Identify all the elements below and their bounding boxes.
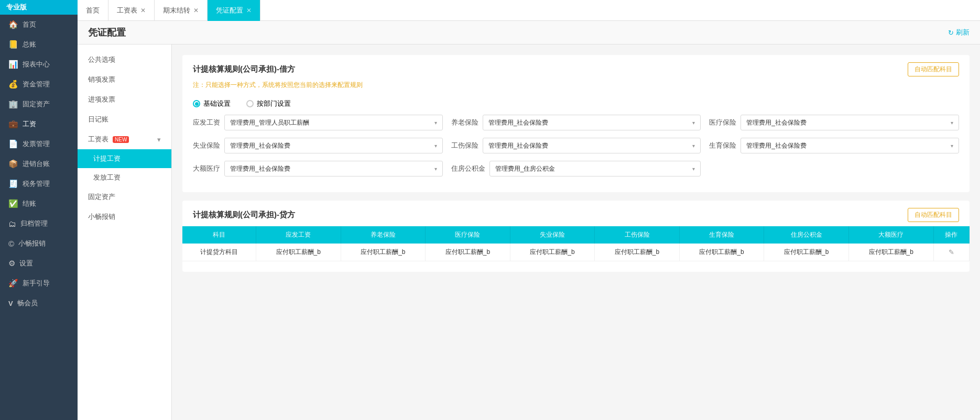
chevron-down-icon: ▾ bbox=[692, 166, 695, 172]
sidebar-item-assets[interactable]: 🏢 固定资产 bbox=[0, 94, 78, 114]
sidebar-item-ledger[interactable]: 📒 总账 bbox=[0, 35, 78, 54]
nav-purchase-invoice[interactable]: 进项发票 bbox=[78, 90, 171, 109]
nav-calc-salary[interactable]: 计提工资 bbox=[78, 149, 171, 168]
nav-pay-salary[interactable]: 发放工资 bbox=[78, 168, 171, 187]
home-icon: 🏠 bbox=[8, 20, 18, 29]
section-credit: 计提核算规则(公司承担)-贷方 自动匹配科目 科目 应发工资 养老保险 医疗保险… bbox=[182, 201, 970, 272]
col-header-shengyu: 生育保险 bbox=[679, 226, 764, 244]
sidebar-item-close-account[interactable]: ✅ 结账 bbox=[0, 194, 78, 214]
sidebar-item-settings[interactable]: ⚙ 设置 bbox=[0, 253, 78, 273]
field-gongshang-label: 工伤保险 bbox=[451, 141, 478, 150]
page-title: 凭证配置 bbox=[88, 26, 126, 39]
radio-basic-setup-label: 基础设置 bbox=[203, 99, 231, 108]
nav-sales-invoice[interactable]: 销项发票 bbox=[78, 70, 171, 90]
field-gongjijin-select[interactable]: 管理费用_住房公积金 ▾ bbox=[489, 161, 701, 176]
sidebar-item-stock[interactable]: 📦 进销台账 bbox=[0, 154, 78, 174]
expand-icon: ▾ bbox=[157, 136, 161, 143]
sidebar-item-label: 归档管理 bbox=[20, 219, 48, 228]
radio-basic-setup[interactable]: 基础设置 bbox=[193, 99, 231, 108]
salary-icon: 💼 bbox=[8, 119, 18, 129]
tab-salary-table[interactable]: 工资表 ✕ bbox=[108, 0, 155, 21]
field-dae-label: 大额医疗 bbox=[193, 164, 220, 173]
tab-salary-table-close[interactable]: ✕ bbox=[140, 7, 146, 14]
field-shengyu: 生育保险 管理费用_社会保险费 ▾ bbox=[709, 138, 959, 153]
left-nav: 公共选项 销项发票 进项发票 日记账 工资表 NEW ▾ 计提工资 发放工资 bbox=[78, 45, 172, 420]
field-shengyu-label: 生育保险 bbox=[709, 141, 736, 150]
form-row-2: 失业保险 管理费用_社会保险费 ▾ 工伤保险 管理费用_社会保险费 ▾ bbox=[193, 138, 959, 153]
sidebar-item-label: 固定资产 bbox=[23, 100, 50, 109]
col-header-action: 操作 bbox=[933, 226, 969, 244]
topbar: 首页 工资表 ✕ 期末结转 ✕ 凭证配置 ✕ bbox=[78, 0, 980, 21]
table-header-row: 科目 应发工资 养老保险 医疗保险 失业保险 工伤保险 生育保险 住房公积金 大… bbox=[182, 226, 970, 244]
field-shiye-value: 管理费用_社会保险费 bbox=[230, 141, 290, 150]
nav-xiaochang-expense[interactable]: 小畅报销 bbox=[78, 207, 171, 227]
col-header-dae: 大额医疗 bbox=[848, 226, 933, 244]
col-header-gongshang: 工伤保险 bbox=[595, 226, 680, 244]
sidebar-item-xiaochang[interactable]: © 小畅报销 bbox=[0, 234, 78, 253]
tab-voucher-config-close[interactable]: ✕ bbox=[246, 7, 252, 14]
field-yingfa-label: 应发工资 bbox=[193, 118, 220, 127]
radio-dept-setup-label: 按部门设置 bbox=[257, 99, 291, 108]
sidebar-item-guide[interactable]: 🚀 新手引导 bbox=[0, 273, 78, 293]
nav-public[interactable]: 公共选项 bbox=[78, 50, 171, 70]
tab-home[interactable]: 首页 bbox=[78, 0, 108, 21]
field-shiye-select[interactable]: 管理费用_社会保险费 ▾ bbox=[224, 138, 443, 153]
credit-table: 科目 应发工资 养老保险 医疗保险 失业保险 工伤保险 生育保险 住房公积金 大… bbox=[182, 226, 970, 261]
field-gongjijin-value: 管理费用_住房公积金 bbox=[495, 164, 556, 173]
tab-voucher-config[interactable]: 凭证配置 ✕ bbox=[208, 0, 260, 21]
nav-journal[interactable]: 日记账 bbox=[78, 109, 171, 129]
tab-period-close-close[interactable]: ✕ bbox=[193, 7, 199, 14]
sidebar-item-vip[interactable]: V 畅会员 bbox=[0, 293, 78, 313]
notice-text: 注：只能选择一种方式，系统将按照您当前的选择来配置规则 bbox=[182, 79, 970, 95]
nav-payroll-table[interactable]: 工资表 NEW ▾ bbox=[78, 129, 171, 149]
stock-icon: 📦 bbox=[8, 159, 18, 169]
field-gongshang-select[interactable]: 管理费用_社会保险费 ▾ bbox=[483, 138, 701, 153]
field-dae-select[interactable]: 管理费用_社会保险费 ▾ bbox=[224, 161, 443, 176]
cell-shengyu: 应付职工薪酬_b bbox=[679, 244, 764, 261]
col-header-gongjijin: 住房公积金 bbox=[764, 226, 849, 244]
radio-dept-setup-circle bbox=[246, 100, 254, 107]
cell-dae: 应付职工薪酬_b bbox=[848, 244, 933, 261]
cell-subject: 计提贷方科目 bbox=[182, 244, 256, 261]
sidebar-item-label: 税务管理 bbox=[23, 179, 50, 189]
field-shiye-label: 失业保险 bbox=[193, 141, 220, 150]
chevron-down-icon: ▾ bbox=[434, 143, 437, 149]
col-header-shiye: 失业保险 bbox=[510, 226, 595, 244]
refresh-button[interactable]: ↻ 刷新 bbox=[948, 28, 970, 37]
sidebar-item-label: 小畅报销 bbox=[18, 239, 46, 248]
sidebar-item-label: 首页 bbox=[23, 20, 36, 29]
tab-period-close[interactable]: 期末结转 ✕ bbox=[155, 0, 208, 21]
field-yanglao-select[interactable]: 管理费用_社会保险费 ▾ bbox=[483, 115, 701, 130]
field-yanglao-value: 管理费用_社会保险费 bbox=[488, 118, 549, 127]
sidebar-item-label: 新手引导 bbox=[23, 279, 50, 288]
sidebar-item-label: 设置 bbox=[19, 259, 33, 268]
sidebar-item-capital[interactable]: 💰 资金管理 bbox=[0, 74, 78, 94]
sidebar-item-invoice[interactable]: 📄 发票管理 bbox=[0, 134, 78, 154]
sidebar-item-label: 发票管理 bbox=[23, 139, 50, 149]
col-header-yingfa: 应发工资 bbox=[256, 226, 341, 244]
field-yiliao-select[interactable]: 管理费用_社会保险费 ▾ bbox=[741, 115, 959, 130]
sidebar-item-home[interactable]: 🏠 首页 bbox=[0, 15, 78, 35]
field-yingfa-select[interactable]: 管理费用_管理人员职工薪酬 ▾ bbox=[224, 115, 443, 130]
radio-dept-setup[interactable]: 按部门设置 bbox=[246, 99, 291, 108]
sidebar-item-tax[interactable]: 🧾 税务管理 bbox=[0, 174, 78, 194]
chevron-down-icon: ▾ bbox=[692, 120, 695, 126]
sidebar-item-reports[interactable]: 📊 报表中心 bbox=[0, 54, 78, 74]
edit-icon[interactable]: ✎ bbox=[949, 248, 954, 256]
auto-match-credit-button[interactable]: 自动匹配科目 bbox=[908, 208, 959, 222]
refresh-icon: ↻ bbox=[948, 29, 954, 37]
cell-shiye: 应付职工薪酬_b bbox=[510, 244, 595, 261]
main-area: 首页 工资表 ✕ 期末结转 ✕ 凭证配置 ✕ 凭证配置 ↻ 刷新 公共选项 bbox=[78, 0, 980, 420]
auto-match-debit-button[interactable]: 自动匹配科目 bbox=[908, 62, 959, 76]
sidebar: 专业版 🏠 首页 📒 总账 📊 报表中心 💰 资金管理 🏢 固定资产 💼 工资 … bbox=[0, 0, 78, 420]
chevron-down-icon: ▾ bbox=[434, 166, 437, 172]
sidebar-item-salary[interactable]: 💼 工资 bbox=[0, 114, 78, 134]
nav-fixed-assets[interactable]: 固定资产 bbox=[78, 187, 171, 207]
invoice-icon: 📄 bbox=[8, 139, 18, 149]
sidebar-item-archive[interactable]: 🗂 归档管理 bbox=[0, 214, 78, 234]
field-shengyu-select[interactable]: 管理费用_社会保险费 ▾ bbox=[741, 138, 959, 153]
refresh-label: 刷新 bbox=[956, 28, 970, 37]
field-yiliao-label: 医疗保险 bbox=[709, 118, 736, 127]
main-panel: 计提核算规则(公司承担)-借方 自动匹配科目 注：只能选择一种方式，系统将按照您… bbox=[172, 45, 980, 420]
cell-action[interactable]: ✎ bbox=[933, 244, 969, 261]
